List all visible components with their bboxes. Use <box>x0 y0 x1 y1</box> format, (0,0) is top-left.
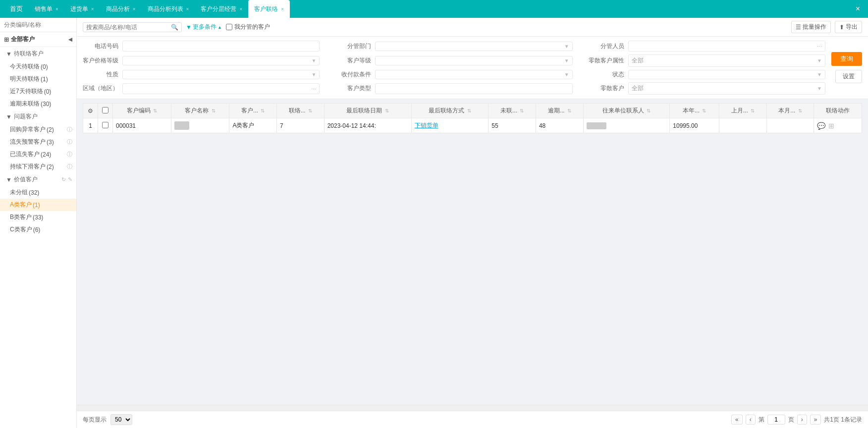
nav-tab-productlist[interactable]: 商品分析列表 × <box>142 0 195 18</box>
filter-select-dept[interactable]: ▼ <box>375 42 572 51</box>
last-contact-way-link[interactable]: 下销货单 <box>415 122 438 129</box>
sort-icon[interactable]: ⇅ <box>798 108 802 113</box>
row-last-month <box>719 118 767 133</box>
filter-select-status[interactable]: ▼ <box>628 70 825 79</box>
sidebar-problem-customers-group[interactable]: ▼ 问题客户 <box>0 110 76 123</box>
sidebar-item-unclassified[interactable]: 未分组 (32) <box>0 186 76 199</box>
edit-icon[interactable]: ✎ <box>68 176 72 183</box>
comment-icon[interactable]: 💬 <box>817 122 825 130</box>
sidebar-item-a-class[interactable]: A类客户 (1) <box>0 199 76 211</box>
sidebar-all-customers[interactable]: ⊞ 全部客户 ◀ <box>0 32 76 47</box>
sidebar-item-c-class[interactable]: C类客户 (6) <box>0 223 76 236</box>
table-row: 1 000031 ？ A类客户 7 2023-04-12 14:44: 下销货单 <box>83 118 862 133</box>
sidebar-item-b-class[interactable]: B类客户 (33) <box>0 211 76 223</box>
refresh-icon[interactable]: ↻ <box>61 176 66 183</box>
close-tab-customercontact[interactable]: × <box>281 6 284 12</box>
window-close-button[interactable]: × <box>852 4 864 13</box>
close-tab-productanalysis[interactable]: × <box>133 6 136 12</box>
sort-icon[interactable]: ⇅ <box>212 108 216 113</box>
sidebar-pending-contact-group[interactable]: ▼ 待联络客户 <box>0 47 76 60</box>
per-page-select[interactable]: 50 <box>110 414 132 425</box>
row-last-contact-way: 下销货单 <box>411 118 488 133</box>
sort-icon[interactable]: ⇅ <box>647 108 651 113</box>
sort-icon[interactable]: ⇅ <box>702 108 706 113</box>
sidebar-item-today-contact[interactable]: 今天待联络 (0) <box>0 60 76 73</box>
query-button[interactable]: 查询 <box>831 52 862 66</box>
row-contact-count: 7 <box>277 118 325 133</box>
sidebar-item-overdue-contact[interactable]: 逾期未联络 (30) <box>0 98 76 110</box>
sort-icon[interactable]: ⇅ <box>261 108 265 113</box>
select-all-checkbox[interactable] <box>102 107 108 113</box>
search-icon[interactable]: 🔍 <box>171 24 178 31</box>
export-button[interactable]: ⬆ 导出 <box>835 21 862 33</box>
nav-home[interactable]: 首页 <box>4 0 29 18</box>
last-page-button[interactable]: » <box>810 415 821 425</box>
sidebar-item-churned[interactable]: 已流失客户 (24) ⓘ <box>0 148 76 160</box>
info-icon: ⓘ <box>67 151 72 158</box>
batch-ops-button[interactable]: ☰ 批量操作 <box>791 21 831 33</box>
sort-icon[interactable]: ⇅ <box>308 108 312 113</box>
filter-input-person[interactable]: ··· <box>628 41 825 52</box>
sidebar-item-repurchase-abnormal[interactable]: 回购异常客户 (2) ⓘ <box>0 123 76 136</box>
nav-tab-purchaseorder[interactable]: 进货单 × <box>64 0 100 18</box>
filter-row-4: 区域（地区） ··· 客户类型 <box>83 82 825 95</box>
close-tab-productlist[interactable]: × <box>186 6 189 12</box>
action-icons: 💬 ⊞ <box>817 122 859 130</box>
info-icon: ⓘ <box>67 138 72 146</box>
prev-page-button[interactable]: ‹ <box>746 415 756 425</box>
search-input[interactable] <box>86 24 171 31</box>
nav-tab-customersegment[interactable]: 客户分层经营 × <box>195 0 248 18</box>
page-input[interactable] <box>767 415 785 425</box>
nav-tab-productanalysis[interactable]: 商品分析 × <box>100 0 142 18</box>
sidebar-item-churn-warning[interactable]: 流失预警客户 (3) ⓘ <box>0 136 76 148</box>
th-checkbox[interactable] <box>98 104 113 118</box>
sidebar-item-declining[interactable]: 持续下滑客户 (2) ⓘ <box>0 160 76 173</box>
filter-select-nature[interactable]: ▼ <box>122 70 320 79</box>
filter-select-scattered[interactable]: 全部 ▼ <box>628 82 825 95</box>
link-icon[interactable]: ⊞ <box>828 122 834 130</box>
settings-icon[interactable]: ⚙ <box>88 107 93 114</box>
filter-input-customer-type[interactable] <box>375 83 572 94</box>
filter-select-price-level[interactable]: ▼ <box>122 56 320 65</box>
filter-input-phone[interactable] <box>122 41 320 52</box>
next-page-button[interactable]: › <box>797 415 807 425</box>
filter-icon: ▼ <box>186 24 192 31</box>
filter-select-region[interactable]: ··· <box>122 83 320 94</box>
nav-tab-customercontact[interactable]: 客户联络 × <box>248 0 290 18</box>
row-checkbox-cell[interactable] <box>98 118 113 133</box>
horizontal-scrollbar[interactable] <box>77 405 868 411</box>
row-action-cell: 💬 ⊞ <box>814 118 862 133</box>
filter-select-payment[interactable]: ▼ <box>375 70 572 79</box>
row-contact-person <box>583 118 670 133</box>
filter-field-customer-level: 客户等级 ▼ <box>335 56 572 65</box>
sort-icon[interactable]: ⇅ <box>385 108 389 113</box>
sidebar-value-customers-group[interactable]: ▼ 价值客户 ↻ ✎ <box>0 173 76 186</box>
sort-icon[interactable]: ⇅ <box>467 108 471 113</box>
setting-button[interactable]: 设置 <box>835 70 862 83</box>
collapse-icon: ◀ <box>68 37 72 42</box>
sidebar-search-input[interactable] <box>4 21 77 28</box>
th-settings[interactable]: ⚙ <box>83 104 98 118</box>
more-filters-button[interactable]: ▼ 更多条件 ▲ <box>186 23 222 31</box>
sidebar-item-week-contact[interactable]: 近7天待联络 (0) <box>0 85 76 98</box>
my-customers-checkbox[interactable] <box>226 24 232 30</box>
sort-icon[interactable]: ⇅ <box>751 108 755 113</box>
my-customers-filter[interactable]: 我分管的客户 <box>226 23 270 31</box>
dots-icon[interactable]: ··· <box>311 85 316 92</box>
filter-select-customer-level[interactable]: ▼ <box>375 56 572 65</box>
sort-icon[interactable]: ⇅ <box>520 108 524 113</box>
filter-select-scattered-attr[interactable]: 全部 ▼ <box>628 54 825 67</box>
first-page-button[interactable]: « <box>731 415 743 425</box>
row-checkbox[interactable] <box>102 122 108 128</box>
dots-icon[interactable]: ··· <box>817 43 822 50</box>
nav-tab-salesorder[interactable]: 销售单 × <box>29 0 64 18</box>
sidebar-item-tomorrow-contact[interactable]: 明天待联络 (1) <box>0 73 76 85</box>
sort-icon[interactable]: ⇅ <box>153 108 157 113</box>
close-tab-salesorder[interactable]: × <box>55 6 58 12</box>
filter-label-region: 区域（地区） <box>83 84 122 93</box>
close-tab-purchaseorder[interactable]: × <box>91 6 94 12</box>
row-overdue: 48 <box>536 118 583 133</box>
th-code: 客户编码 ⇅ <box>113 104 171 118</box>
sort-icon[interactable]: ⇅ <box>567 108 571 113</box>
close-tab-customersegment[interactable]: × <box>239 6 242 12</box>
